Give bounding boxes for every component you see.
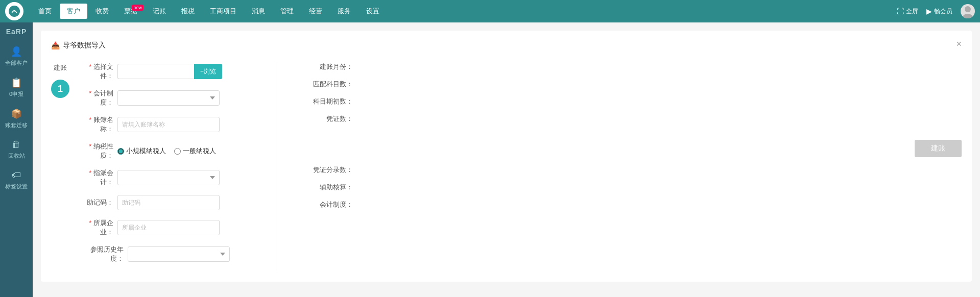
content-area: 📥 导爷数据导入 × 建账 1 * xyxy=(33,22,980,297)
panel-title: 📥 导爷数据导入 xyxy=(51,41,962,50)
form-row-historical-year: 参照历史年度： xyxy=(78,245,266,263)
form-row-accounting-system: * 会计制度： xyxy=(78,89,266,107)
historical-year-select[interactable] xyxy=(128,246,230,262)
sidebar-item-recycle-bin[interactable]: 🗑 回收站 xyxy=(2,135,31,164)
nav-item-tax[interactable]: 报税 xyxy=(174,4,202,19)
accountant-label: * 指派会计： xyxy=(78,168,113,187)
nav-item-home[interactable]: 首页 xyxy=(31,4,59,19)
svg-point-2 xyxy=(965,6,971,12)
info-row-initial-number: 科目期初数： xyxy=(307,97,962,106)
account-name-label: * 账簿名称： xyxy=(78,115,113,134)
vip-button[interactable]: ▶ 畅会员 xyxy=(926,7,952,16)
avatar[interactable] xyxy=(961,4,975,18)
vertical-divider xyxy=(276,62,276,271)
required-star-4: * xyxy=(89,142,91,150)
close-button[interactable]: × xyxy=(956,39,962,50)
accountant-select[interactable] xyxy=(117,170,220,185)
create-account-button[interactable]: 建账 xyxy=(915,140,962,157)
form-fields: * 选择文件： +浏览 * 会计制度： xyxy=(78,62,266,271)
info-row-auxiliary: 辅助核算： xyxy=(307,183,962,192)
nav-item-customers[interactable]: 客户 xyxy=(60,4,87,19)
initial-number-label: 科目期初数： xyxy=(307,97,353,106)
sidebar-item-tag-settings[interactable]: 🏷 标签设置 xyxy=(2,166,31,194)
voucher-count-label: 凭证数： xyxy=(307,114,353,123)
accounting-system-select[interactable] xyxy=(117,90,220,106)
form-row-tax-nature: * 纳税性质： 小规模纳税人 一般纳税人 xyxy=(78,142,266,160)
step-label: 建账 xyxy=(54,63,67,72)
file-input[interactable] xyxy=(117,64,194,79)
subject-count-label: 匹配科目数： xyxy=(307,80,353,89)
svg-point-3 xyxy=(963,14,973,18)
required-star: * xyxy=(89,63,91,70)
step-badge: 1 xyxy=(51,80,69,98)
form-right: 建账月份： 匹配科目数： 科目期初数： 凭证数： xyxy=(286,62,962,271)
small-taxpayer-option[interactable]: 小规模纳税人 xyxy=(117,146,166,156)
enterprise-label: * 所属企业： xyxy=(78,218,113,237)
import-panel: 📥 导爷数据导入 × 建账 1 * xyxy=(41,31,972,282)
new-badge: new xyxy=(132,5,144,11)
info-row-voucher-count: 凭证数： xyxy=(307,114,962,123)
tax-nature-label: * 纳税性质： xyxy=(78,142,113,160)
month-label: 建账月份： xyxy=(307,62,353,71)
account-name-input[interactable] xyxy=(117,117,220,132)
vip-icon: ▶ xyxy=(926,7,932,15)
required-star-3: * xyxy=(89,116,91,123)
recycle-bin-icon: 🗑 xyxy=(12,139,21,150)
sidebar-item-account-migration[interactable]: 📦 账套迁移 xyxy=(2,104,31,133)
tax-nature-radio-group: 小规模纳税人 一般纳税人 xyxy=(117,146,216,156)
enterprise-input[interactable] xyxy=(117,220,220,235)
auxiliary-label: 辅助核算： xyxy=(307,183,353,192)
sidebar-logo: EaRP xyxy=(6,28,27,36)
svg-point-0 xyxy=(9,6,20,17)
mnemonic-input[interactable] xyxy=(117,195,220,210)
file-input-group: +浏览 xyxy=(117,64,222,79)
form-row-account-name: * 账簿名称： xyxy=(78,115,266,134)
fullscreen-icon: ⛶ xyxy=(897,7,904,15)
main-layout: EaRP 👤 全部客户 📋 0申报 📦 账套迁移 🗑 回收站 🏷 标签设置 📥 xyxy=(0,22,980,297)
right-accounting-system-label: 会计制度： xyxy=(307,200,353,209)
nav-item-settings[interactable]: 设置 xyxy=(359,4,387,19)
nav-item-fees[interactable]: 收费 xyxy=(88,4,116,19)
tag-settings-icon: 🏷 xyxy=(12,170,21,181)
small-taxpayer-radio[interactable] xyxy=(117,148,124,155)
logo[interactable] xyxy=(5,2,23,20)
all-customers-icon: 👤 xyxy=(11,46,22,57)
info-row-entry-count: 凭证分录数： xyxy=(307,165,962,175)
required-star-5: * xyxy=(89,169,91,177)
sidebar: EaRP 👤 全部客户 📋 0申报 📦 账套迁移 🗑 回收站 🏷 标签设置 xyxy=(0,22,33,297)
entry-count-label: 凭证分录数： xyxy=(307,165,353,175)
import-icon: 📥 xyxy=(51,41,60,50)
general-taxpayer-option[interactable]: 一般纳税人 xyxy=(174,146,216,156)
sidebar-item-zero-declaration[interactable]: 📋 0申报 xyxy=(2,73,31,102)
form-left: 建账 1 * 选择文件： +浏览 xyxy=(51,62,266,271)
nav-items: 首页 客户 收费 票据 new 记账 报税 工商项目 消息 管理 经营 服务 设… xyxy=(31,4,897,19)
info-row-accounting-system: 会计制度： xyxy=(307,200,962,209)
form-layout: 建账 1 * 选择文件： +浏览 xyxy=(51,62,962,271)
nav-item-tickets[interactable]: 票据 new xyxy=(117,4,145,19)
mnemonic-label: 助记码： xyxy=(78,198,113,207)
form-row-file: * 选择文件： +浏览 xyxy=(78,62,266,81)
sidebar-item-all-customers[interactable]: 👤 全部客户 xyxy=(2,42,31,71)
nav-right: ⛶ 全屏 ▶ 畅会员 xyxy=(897,4,975,18)
info-row-subject-count: 匹配科目数： xyxy=(307,80,962,89)
nav-item-messages[interactable]: 消息 xyxy=(245,4,272,19)
info-row-month: 建账月份： xyxy=(307,62,962,71)
nav-item-service[interactable]: 服务 xyxy=(330,4,358,19)
account-migration-icon: 📦 xyxy=(11,108,22,119)
zero-declaration-icon: 📋 xyxy=(11,77,22,88)
form-row-enterprise: * 所属企业： xyxy=(78,218,266,237)
nav-item-bookkeeping[interactable]: 记账 xyxy=(146,4,173,19)
browse-button[interactable]: +浏览 xyxy=(194,64,222,79)
nav-item-operation[interactable]: 经营 xyxy=(302,4,329,19)
accounting-system-label: * 会计制度： xyxy=(78,89,113,107)
form-row-accountant: * 指派会计： xyxy=(78,168,266,187)
general-taxpayer-radio[interactable] xyxy=(174,148,181,155)
nav-item-business[interactable]: 工商项目 xyxy=(203,4,244,19)
top-navigation: 首页 客户 收费 票据 new 记账 报税 工商项目 消息 管理 经营 服务 设… xyxy=(0,0,980,22)
form-row-mnemonic: 助记码： xyxy=(78,195,266,210)
required-star-2: * xyxy=(89,89,91,97)
nav-item-manage[interactable]: 管理 xyxy=(273,4,301,19)
historical-year-label: 参照历史年度： xyxy=(78,245,124,263)
fullscreen-button[interactable]: ⛶ 全屏 xyxy=(897,7,918,16)
required-star-6: * xyxy=(89,219,91,227)
